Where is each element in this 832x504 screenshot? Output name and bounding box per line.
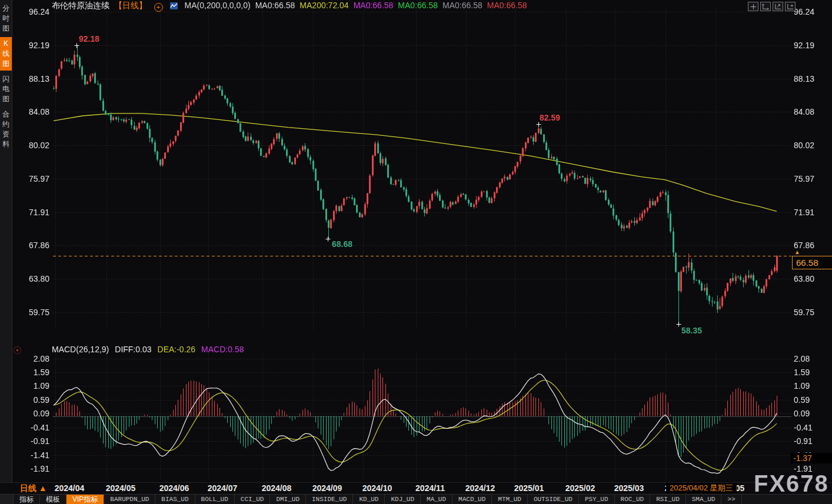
sidebar: 分时图K线图闪电图合约资料	[0, 0, 12, 482]
price-axis-label-right: 88.13	[794, 74, 814, 84]
month-label: 2024/08	[262, 483, 292, 493]
pan-right-icon[interactable]	[785, 2, 796, 11]
add-indicator-icon[interactable]: +	[154, 3, 163, 12]
ma-value: MA0:66.58	[255, 1, 295, 10]
last-price-marker: 66.58	[792, 256, 832, 269]
toolbar-item-19[interactable]: >>	[721, 495, 741, 504]
price-axis-label-right: 92.19	[794, 41, 814, 50]
sidebar-tab-3[interactable]: 合约资料	[0, 108, 12, 151]
toolbar-item-15[interactable]: PSY_UD	[579, 495, 615, 504]
month-label: 2024/07	[208, 483, 238, 493]
toolbar-item-9[interactable]: KD_UD	[353, 495, 385, 504]
price-arrow-icon: ▲	[794, 249, 800, 255]
price-axis-label-right: 75.97	[794, 174, 814, 183]
toolbar-item-5[interactable]: BOLL_UD	[195, 495, 235, 504]
month-label: 2024/09	[312, 483, 342, 493]
ma-value: MA(0,200,0,0,0,0)	[185, 1, 251, 10]
toolbar-item-3[interactable]: BARUPDN_UD	[104, 495, 155, 504]
sidebar-tab-0[interactable]: 分时图	[0, 2, 12, 35]
ma-value: MA0:66.58	[487, 1, 527, 10]
indicator-toolbar: 指标模板VIP指标BARUPDN_UDBIAS_UDBOLL_UDCCI_UDD…	[0, 494, 832, 504]
macd-crosshair-value: -1.37	[791, 453, 832, 463]
macd-header: MACD(26,12,9)DIFF:0.03DEA:-0.26MACD:0.58	[52, 345, 249, 354]
extreme-price-annotation: 82.59	[540, 113, 560, 122]
month-label: 2024/10	[362, 483, 392, 493]
month-label: 2024/06	[159, 483, 189, 493]
trading-app: 分时图K线图闪电图合约资料 布伦特原油连续 【日线】 + MA(0,200,0,…	[0, 0, 832, 504]
instrument-title: 布伦特原油连续	[52, 1, 109, 10]
toolbar-item-16[interactable]: ROC_UD	[615, 495, 651, 504]
toolbar-item-12[interactable]: MACD_UD	[452, 495, 492, 504]
ma-value: MA200:72.04	[299, 1, 348, 10]
period-tag: 【日线】	[114, 1, 147, 10]
extreme-price-annotation: 58.35	[681, 326, 702, 335]
ma-value: MA0:66.58	[354, 1, 394, 10]
month-label: 2024/12	[465, 483, 495, 493]
y-axis-fit-icon[interactable]	[760, 2, 771, 11]
toolbar-item-2[interactable]: VIP指标	[66, 495, 104, 504]
toolbar-item-4[interactable]: BIAS_UD	[155, 495, 195, 504]
price-axis-label-right: 80.02	[794, 141, 814, 150]
toolbar-item-18[interactable]: SMA_UD	[686, 495, 722, 504]
macd-header-value: MACD:0.58	[201, 345, 244, 354]
month-label: 2025/01	[514, 483, 544, 493]
crosshair-move-icon[interactable]	[748, 2, 758, 11]
toolbar-item-11[interactable]: MA_UD	[421, 495, 452, 504]
sidebar-tab-1[interactable]: K线图	[0, 37, 12, 71]
month-label: 2025/02	[565, 483, 595, 493]
month-label: 2024/05	[106, 483, 136, 493]
sidebar-tab-2[interactable]: 闪电图	[0, 72, 12, 106]
price-axis-label-right: 59.75	[794, 308, 814, 317]
macd-header-value: DEA:-0.26	[158, 345, 196, 354]
macd-axis-label-right: -0.91	[794, 436, 813, 446]
crosshair-date-badge: 2025/04/02 星期三	[666, 483, 737, 493]
macd-axis-label-right: 1.09	[794, 381, 810, 390]
macd-axis-label-right: 1.59	[794, 368, 810, 377]
month-label: 2025/03	[614, 483, 644, 493]
macd-settings-icon[interactable]	[14, 346, 21, 354]
toolbar-item-6[interactable]: CCI_UD	[235, 495, 271, 504]
chart-toolbar-icons	[748, 2, 796, 11]
price-axis-label-right: 71.91	[794, 208, 814, 217]
macd-header-value: DIFF:0.03	[115, 345, 151, 354]
toolbar-corner	[0, 495, 14, 504]
chart-canvas[interactable]	[0, 0, 832, 504]
month-label: 2024/04	[55, 483, 85, 493]
macd-header-value: MACD(26,12,9)	[52, 345, 109, 354]
brand-watermark: FX678	[754, 470, 829, 497]
period-selector[interactable]: 日线 ▲	[20, 483, 47, 494]
ma-value: MA0:66.58	[398, 1, 438, 10]
price-axis-label-right: 84.08	[794, 107, 814, 116]
toolbar-item-8[interactable]: INSIDE_UD	[306, 495, 353, 504]
indicator-chart-icon	[170, 2, 178, 11]
zoom-axis-icon[interactable]	[773, 2, 783, 11]
toolbar-item-7[interactable]: DMI_UD	[270, 495, 306, 504]
macd-axis-label-right: 2.08	[794, 354, 810, 363]
extreme-price-annotation: 92.18	[79, 34, 99, 44]
toolbar-item-1[interactable]: 模板	[40, 495, 66, 504]
macd-axis-label-right: -0.41	[794, 423, 813, 432]
price-axis-label-right: 63.80	[794, 274, 814, 283]
price-axis-label-right: 96.24	[794, 7, 814, 16]
toolbar-item-0[interactable]: 指标	[14, 495, 40, 504]
last-price-value: 66.58	[796, 258, 818, 268]
extreme-price-annotation: 68.68	[332, 239, 352, 249]
macd-axis-label-right: 0.09	[794, 409, 810, 418]
toolbar-item-13[interactable]: MTM_UD	[492, 495, 528, 504]
ma-value: MA0:66.58	[442, 1, 482, 10]
toolbar-item-17[interactable]: RSI_UD	[650, 495, 686, 504]
macd-axis-label-right: 0.59	[794, 395, 810, 405]
ma-values: MA(0,200,0,0,0,0)MA0:66.58MA200:72.04MA0…	[185, 1, 532, 10]
chart-header: 布伦特原油连续 【日线】 + MA(0,200,0,0,0,0)MA0:66.5…	[52, 1, 537, 11]
toolbar-item-10[interactable]: KDJ_UD	[385, 495, 421, 504]
toolbar-item-14[interactable]: OUTSIDE_UD	[528, 495, 579, 504]
month-label: 2024/11	[415, 483, 445, 493]
